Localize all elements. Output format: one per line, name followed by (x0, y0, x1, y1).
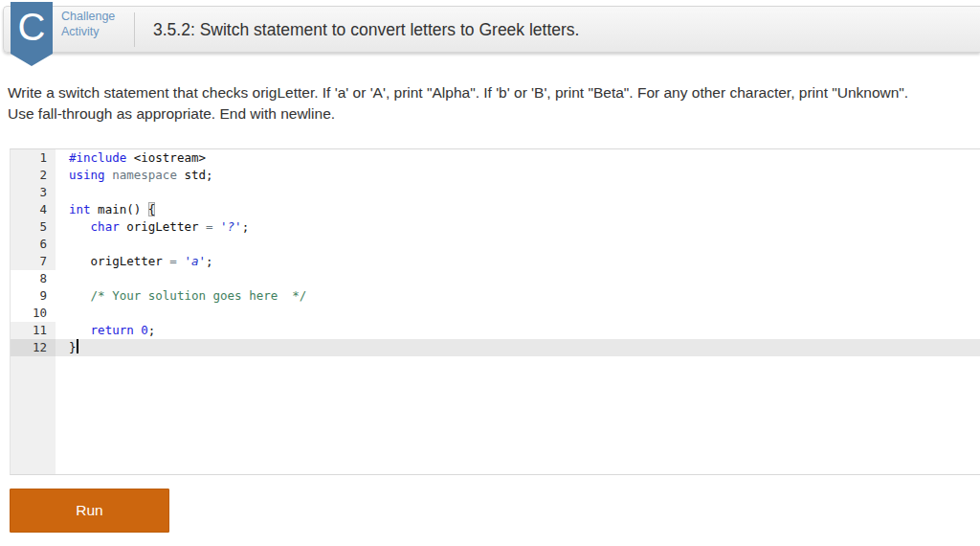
code-token-op: = (169, 254, 177, 268)
code-line[interactable]: int main() { (56, 201, 980, 218)
code-token-pl: ; (206, 168, 213, 182)
code-token-brace: { (148, 202, 156, 216)
code-line[interactable]: origLetter = 'a'; (56, 253, 980, 270)
activity-header: 3.5.2: Switch statement to convert lette… (3, 6, 980, 53)
code-line[interactable] (56, 270, 980, 287)
gutter-line-number: 3 (11, 184, 56, 201)
header-divider (134, 12, 135, 47)
gutter-line-number: 1 (11, 149, 56, 167)
code-token-cm: /* Your solution goes here */ (91, 288, 307, 303)
code-line[interactable] (56, 305, 980, 322)
code-token-str: '?' (220, 219, 242, 234)
gutter-line-number: 12 (11, 339, 56, 356)
code-line[interactable] (56, 184, 980, 201)
code-line[interactable]: return 0; (56, 322, 980, 339)
gutter-line-number: 7 (11, 253, 56, 270)
code-token-op: = (206, 219, 213, 234)
challenge-activity-badge-icon: C (11, 2, 53, 54)
code-editor[interactable]: 123456789101112 #include <iostream>using… (10, 148, 980, 475)
code-token-pl (213, 219, 221, 234)
code-token-pl: <iostream> (126, 150, 206, 165)
code-line[interactable] (56, 236, 980, 253)
badge-label-line2: Activity (61, 24, 115, 39)
code-line[interactable]: #include <iostream> (56, 149, 980, 167)
gutter-line-number: 11 (11, 322, 56, 339)
code-line[interactable]: char origLetter = '?'; (56, 218, 980, 236)
text-cursor (77, 339, 78, 353)
code-token-pl (69, 219, 91, 234)
gutter-line-number: 10 (11, 305, 56, 322)
code-token-pl: origLetter (69, 254, 169, 268)
code-line[interactable]: using namespace std; (56, 167, 980, 184)
code-token-pl: } (69, 340, 77, 354)
code-token-kw: using (69, 168, 105, 182)
code-token-pl: main() (91, 202, 148, 216)
editor-gutter: 123456789101112 (11, 149, 56, 474)
code-token-pl: ; (206, 254, 213, 268)
code-token-ns: namespace (112, 168, 177, 182)
code-token-kw: return (91, 323, 134, 337)
run-button[interactable]: Run (10, 489, 169, 533)
gutter-line-number: 6 (11, 236, 56, 253)
editor-code-area[interactable]: #include <iostream>using namespace std;i… (56, 149, 980, 356)
badge-label: Challenge Activity (61, 9, 115, 39)
code-token-kw: #include (69, 150, 126, 165)
code-token-pl: ; (242, 219, 250, 234)
code-token-pl: origLetter (120, 219, 206, 234)
badge-letter: C (18, 6, 46, 48)
code-token-pl (69, 323, 91, 337)
gutter-line-number: 8 (11, 270, 56, 287)
gutter-line-number: 4 (11, 201, 56, 218)
gutter-line-number: 2 (11, 167, 56, 184)
gutter-line-number: 9 (11, 287, 56, 305)
activity-title: 3.5.2: Switch statement to convert lette… (153, 7, 579, 54)
code-token-pl: std (184, 168, 206, 182)
code-token-pl: ; (148, 323, 156, 337)
code-line[interactable]: /* Your solution goes here */ (56, 287, 980, 305)
gutter-line-number: 5 (11, 218, 56, 236)
code-token-pl (69, 288, 91, 303)
code-token-str: 'a' (184, 254, 206, 268)
code-token-kw: char (91, 219, 120, 234)
instructions-text: Write a switch statement that checks ori… (8, 82, 915, 125)
code-line[interactable]: } (56, 339, 980, 356)
code-token-num: 0 (141, 323, 148, 337)
code-token-kw: int (69, 202, 91, 216)
badge-label-line1: Challenge (61, 9, 115, 24)
